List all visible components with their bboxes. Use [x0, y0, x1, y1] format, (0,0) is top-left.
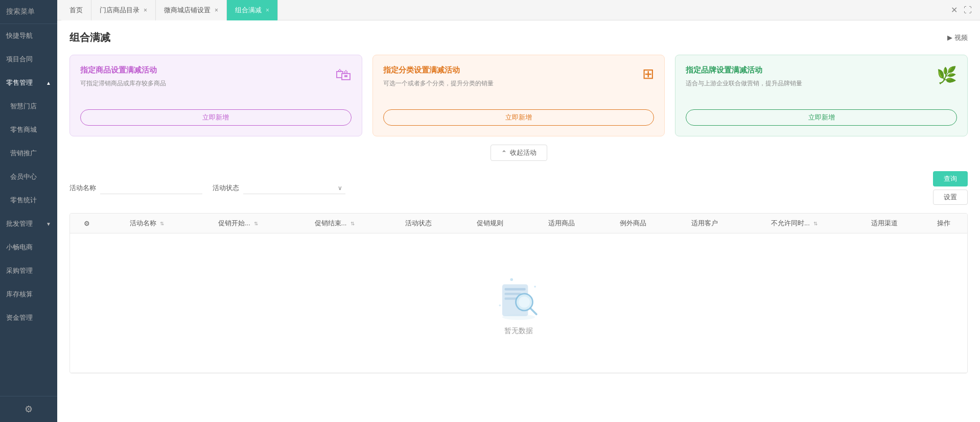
sidebar-item-retail-management[interactable]: 零售管理 ▲ [0, 71, 57, 95]
empty-state-row: 暂无数据 [70, 233, 967, 373]
leaf-icon: 🌿 [937, 65, 957, 85]
product-card-add-button[interactable]: 立即新增 [80, 109, 352, 126]
sidebar-item-project-contract[interactable]: 项目合同 [0, 48, 57, 71]
table-header-row: ⚙ 活动名称 ⇅ 促销开始... ⇅ 促销结束... ⇅ [70, 214, 967, 233]
close-tab-combo-discount[interactable]: × [266, 7, 269, 14]
grid-icon: ⊞ [642, 65, 654, 82]
sidebar-item-quick-nav[interactable]: 快捷导航 [0, 24, 57, 48]
settings-icon: ⚙ [84, 220, 90, 227]
sidebar-item-marketing[interactable]: 营销推广 [0, 142, 57, 165]
play-icon: ▶ [947, 34, 952, 41]
activity-name-field: 活动名称 [69, 182, 202, 194]
column-promo-end: 促销结束... ⇅ [286, 214, 383, 233]
activity-status-label: 活动状态 [213, 183, 239, 193]
tab-home[interactable]: 首页 [61, 0, 91, 20]
shopping-bag-icon: 🛍 [335, 65, 352, 84]
empty-state: 暂无数据 [76, 240, 961, 366]
maximize-window-button[interactable]: ⛶ [964, 6, 972, 15]
svg-point-10 [499, 304, 501, 307]
column-promo-rule: 促销规则 [454, 214, 526, 233]
sort-icon[interactable]: ⇅ [160, 221, 164, 226]
sidebar-item-xiaochangec[interactable]: 小畅电商 [0, 236, 57, 259]
category-card: ⊞ 指定分类设置满减活动 可选一个或者多个分类，提升分类的销量 立即新增 [372, 55, 665, 136]
sidebar-item-inventory[interactable]: 库存核算 [0, 283, 57, 306]
chevron-down-icon: ▼ [46, 221, 51, 227]
collapse-bar: ⌃ 收起活动 [69, 145, 968, 161]
tab-combo-discount[interactable]: 组合满减 × [227, 0, 278, 20]
column-applicable-customer: 适用客户 [669, 214, 740, 233]
sidebar-item-purchase-management[interactable]: 采购管理 [0, 259, 57, 283]
product-card-title: 指定商品设置满减活动 [80, 65, 352, 75]
column-settings[interactable]: ⚙ [70, 214, 104, 233]
sidebar-item-retail-stats[interactable]: 零售统计 [0, 189, 57, 212]
column-operation: 操作 [920, 214, 967, 233]
sidebar-bottom: ⚙ [0, 396, 57, 422]
close-tab-mini-store-settings[interactable]: × [215, 7, 218, 14]
sidebar: 搜索菜单 快捷导航 项目合同 零售管理 ▲ 智慧门店 零售商城 营销推广 会员中… [0, 0, 57, 422]
brand-card: 🌿 指定品牌设置满减活动 适合与上游企业联合做营销，提升品牌销量 立即新增 [675, 55, 968, 136]
activities-table: ⚙ 活动名称 ⇅ 促销开始... ⇅ 促销结束... ⇅ [70, 214, 967, 373]
column-activity-name: 活动名称 ⇅ [104, 214, 190, 233]
brand-card-title: 指定品牌设置满减活动 [686, 65, 957, 75]
svg-rect-2 [505, 288, 526, 291]
setting-button[interactable]: 设置 [933, 190, 968, 205]
tab-mini-store-settings[interactable]: 微商城店铺设置 × [156, 0, 227, 20]
empty-state-text: 暂无数据 [504, 326, 533, 336]
gear-icon[interactable]: ⚙ [25, 404, 33, 415]
brand-card-add-button[interactable]: 立即新增 [686, 109, 957, 126]
chevron-up-icon: ▲ [46, 80, 51, 86]
activity-name-label: 活动名称 [69, 183, 96, 193]
close-tab-store-catalog[interactable]: × [144, 7, 147, 14]
cards-row: 🛍 指定商品设置满减活动 可指定滞销商品或库存较多商品 立即新增 ⊞ 指定分类设… [69, 55, 968, 136]
close-window-button[interactable]: ✕ [951, 5, 958, 15]
sort-icon[interactable]: ⇅ [254, 221, 258, 226]
category-card-title: 指定分类设置满减活动 [383, 65, 655, 75]
video-link[interactable]: ▶ 视频 [947, 33, 968, 42]
activity-status-select-wrapper: 进行中 已结束 未开始 ∨ [243, 182, 345, 194]
svg-point-9 [534, 286, 536, 288]
category-card-add-button[interactable]: 立即新增 [383, 109, 655, 126]
activity-status-select[interactable]: 进行中 已结束 未开始 [243, 182, 345, 194]
chevron-up-icon: ⌃ [501, 149, 507, 157]
sidebar-item-wholesale-management[interactable]: 批发管理 ▼ [0, 212, 57, 236]
tab-store-catalog[interactable]: 门店商品目录 × [91, 0, 156, 20]
svg-point-6 [519, 296, 530, 308]
svg-line-7 [530, 308, 536, 314]
main-area: 首页 门店商品目录 × 微商城店铺设置 × 组合满减 × ✕ ⛶ 组合满减 ▶ … [57, 0, 980, 422]
svg-point-8 [510, 278, 514, 282]
page-header: 组合满减 ▶ 视频 [69, 31, 968, 44]
search-area: 活动名称 活动状态 进行中 已结束 未开始 ∨ 查询 设置 [69, 171, 968, 205]
table-container: ⚙ 活动名称 ⇅ 促销开始... ⇅ 促销结束... ⇅ [69, 213, 968, 373]
sort-icon[interactable]: ⇅ [813, 221, 818, 226]
table-body: 暂无数据 [70, 233, 967, 373]
svg-rect-3 [505, 293, 521, 295]
column-applicable-channel: 适用渠道 [849, 214, 920, 233]
empty-state-cell: 暂无数据 [70, 233, 967, 373]
search-buttons: 查询 设置 [933, 171, 968, 205]
table-header: ⚙ 活动名称 ⇅ 促销开始... ⇅ 促销结束... ⇅ [70, 214, 967, 233]
column-applicable-goods: 适用商品 [526, 214, 597, 233]
page-title: 组合满减 [69, 31, 110, 44]
column-excluded-goods: 例外商品 [597, 214, 669, 233]
sidebar-search[interactable]: 搜索菜单 [0, 0, 57, 24]
empty-state-icon [491, 270, 547, 326]
category-card-desc: 可选一个或者多个分类，提升分类的销量 [383, 79, 655, 101]
tab-bar: 首页 门店商品目录 × 微商城店铺设置 × 组合满减 × ✕ ⛶ [57, 0, 980, 20]
column-promo-start: 促销开始... ⇅ [190, 214, 287, 233]
column-not-allow-concurrent: 不允许同时... ⇅ [740, 214, 849, 233]
product-card-desc: 可指定滞销商品或库存较多商品 [80, 79, 352, 101]
activity-status-field: 活动状态 进行中 已结束 未开始 ∨ [213, 182, 345, 194]
collapse-activities-button[interactable]: ⌃ 收起活动 [491, 145, 547, 161]
sort-icon[interactable]: ⇅ [351, 221, 355, 226]
sidebar-item-smart-store[interactable]: 智慧门店 [0, 95, 57, 118]
sidebar-item-finance[interactable]: 资金管理 [0, 306, 57, 330]
product-card: 🛍 指定商品设置满减活动 可指定滞销商品或库存较多商品 立即新增 [69, 55, 362, 136]
query-button[interactable]: 查询 [933, 171, 968, 186]
sidebar-item-member-center[interactable]: 会员中心 [0, 165, 57, 189]
window-controls: ✕ ⛶ [951, 5, 976, 15]
activity-name-input[interactable] [100, 182, 202, 194]
brand-card-desc: 适合与上游企业联合做营销，提升品牌销量 [686, 79, 957, 101]
sidebar-item-retail-mall[interactable]: 零售商城 [0, 118, 57, 142]
page-content: 组合满减 ▶ 视频 🛍 指定商品设置满减活动 可指定滞销商品或库存较多商品 立即… [57, 20, 980, 422]
column-activity-status: 活动状态 [383, 214, 454, 233]
